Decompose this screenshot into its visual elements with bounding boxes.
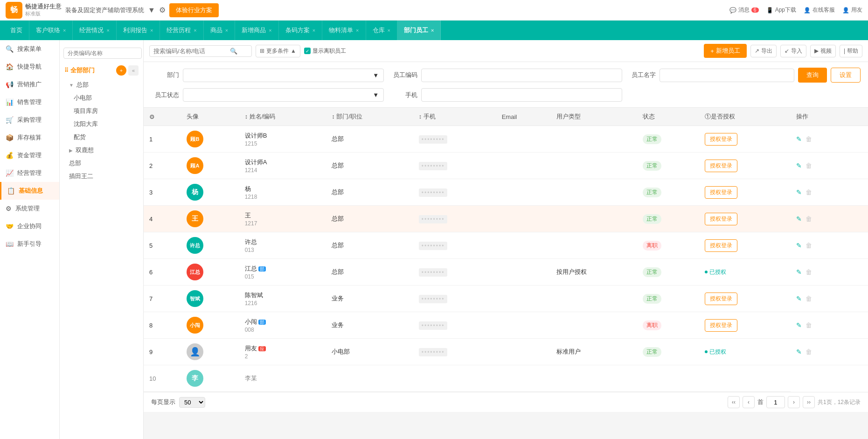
phone-filter-input[interactable] <box>421 88 622 102</box>
employee-search-input[interactable] <box>153 48 228 55</box>
edit-button[interactable]: ✎ <box>796 162 802 169</box>
page-number-input[interactable] <box>766 396 785 408</box>
show-resigned-checkbox[interactable]: ✓ 显示离职员工 <box>304 47 346 55</box>
delete-button[interactable]: 🗑 <box>806 348 812 355</box>
tab-barcode[interactable]: 条码方案× <box>279 21 322 40</box>
delete-button[interactable]: 🗑 <box>806 321 812 329</box>
delete-button[interactable]: 🗑 <box>806 268 812 276</box>
tab-employees-close[interactable]: × <box>431 28 434 33</box>
video-button[interactable]: ▶ 视频 <box>810 45 836 57</box>
messages-button[interactable]: 💬 消息 6 <box>729 6 759 14</box>
edit-button[interactable]: ✎ <box>796 295 802 302</box>
th-name-code[interactable]: ↕ 姓名/编码 <box>239 108 326 126</box>
search-icon[interactable]: 🔍 <box>230 48 237 55</box>
per-page-select[interactable]: 50 20 100 <box>179 397 205 408</box>
authorize-button[interactable]: 授权登录 <box>705 133 737 146</box>
th-settings[interactable]: ⚙ <box>144 108 181 126</box>
experience-button[interactable]: 体验行业方案 <box>169 3 219 17</box>
delete-button[interactable]: 🗑 <box>806 188 812 196</box>
tab-new-goods[interactable]: 新增商品× <box>235 21 278 40</box>
settings-icon[interactable]: ⚙ <box>159 6 166 14</box>
delete-button[interactable]: 🗑 <box>806 295 812 302</box>
sidebar-item-guide[interactable]: 📖 新手引导 <box>0 235 59 253</box>
tab-barcode-close[interactable]: × <box>312 28 315 33</box>
tab-customer[interactable]: 客户联络× <box>29 21 73 40</box>
query-button[interactable]: 查询 <box>798 68 827 83</box>
dropdown-icon[interactable]: ▼ <box>148 6 155 14</box>
edit-button[interactable]: ✎ <box>796 268 802 276</box>
employee-code-input[interactable] <box>421 69 622 82</box>
edit-button[interactable]: ✎ <box>796 188 802 196</box>
first-page-button[interactable]: ‹‹ <box>728 396 740 408</box>
dept-item-shuangluxiang[interactable]: ▶ 双鹿想 <box>60 144 143 157</box>
dept-item-zongbu[interactable]: ▼ 总部 <box>60 78 143 91</box>
authorize-button[interactable]: 授权登录 <box>705 293 737 305</box>
tab-profit[interactable]: 利润报告× <box>117 21 160 40</box>
employee-status-select[interactable]: ▼ <box>183 88 384 102</box>
edit-button[interactable]: ✎ <box>796 348 802 355</box>
th-phone[interactable]: ↕ 手机 <box>413 108 496 126</box>
import-button[interactable]: ↙ 导入 <box>780 45 806 57</box>
dept-item-zongbu2[interactable]: 总部 <box>60 157 143 170</box>
sidebar-item-marketing[interactable]: 📢 营销推广 <box>0 76 59 93</box>
dept-filter-select[interactable]: ▼ <box>183 69 384 82</box>
add-dept-button[interactable]: + <box>116 65 126 76</box>
th-dept-position[interactable]: ↕ 部门/职位 <box>326 108 413 126</box>
sidebar-item-inventory[interactable]: 📦 库存核算 <box>0 129 59 146</box>
add-employee-button[interactable]: + 新增员工 <box>704 44 747 58</box>
export-button[interactable]: ↗ 导出 <box>750 45 777 57</box>
last-page-button[interactable]: ›› <box>803 396 815 408</box>
help-button[interactable]: | 帮助 <box>840 45 862 57</box>
app-download-button[interactable]: 📱 App下载 <box>766 6 796 14</box>
authorize-button[interactable]: 授权登录 <box>705 186 737 199</box>
dept-item-peihuo[interactable]: 配货 <box>60 131 143 144</box>
tab-operations-status[interactable]: 经营情况× <box>73 21 116 40</box>
user-menu[interactable]: 👤 用友 <box>842 6 862 14</box>
tab-customer-close[interactable]: × <box>63 28 66 33</box>
edit-button[interactable]: ✎ <box>796 242 802 249</box>
tab-history-close[interactable]: × <box>194 28 196 33</box>
prev-page-button[interactable]: ‹ <box>743 396 755 408</box>
sidebar-item-quick-nav[interactable]: 🏠 快捷导航 <box>0 58 59 76</box>
tab-history[interactable]: 经营历程× <box>160 21 203 40</box>
tab-goods[interactable]: 商品× <box>204 21 235 40</box>
dept-item-butianwanger[interactable]: 插田王二 <box>60 170 143 183</box>
sidebar-item-basic-info[interactable]: 📋 基础信息 <box>0 182 59 200</box>
tab-bom-close[interactable]: × <box>356 28 359 33</box>
sidebar-item-sales[interactable]: 📊 销售管理 <box>0 93 59 111</box>
employee-name-input[interactable] <box>660 69 794 82</box>
sidebar-item-operations[interactable]: 📈 经营管理 <box>0 164 59 182</box>
tab-employees[interactable]: 部门员工× <box>397 21 441 40</box>
reset-button[interactable]: 设置 <box>831 68 861 83</box>
tab-newgoods-close[interactable]: × <box>269 28 271 33</box>
delete-button[interactable]: 🗑 <box>806 242 812 249</box>
authorize-button[interactable]: 授权登录 <box>705 160 737 172</box>
tab-warehouse-close[interactable]: × <box>388 28 390 33</box>
sidebar-item-finance[interactable]: 💰 资金管理 <box>0 146 59 164</box>
sidebar-item-search[interactable]: 🔍 搜索菜单 <box>0 40 59 58</box>
authorize-button[interactable]: 授权登录 <box>705 319 737 332</box>
delete-button[interactable]: 🗑 <box>806 135 812 143</box>
authorize-button[interactable]: 授权登录 <box>705 213 737 225</box>
edit-button[interactable]: ✎ <box>796 135 802 143</box>
sidebar-item-enterprise[interactable]: 🤝 企业协同 <box>0 217 59 235</box>
sidebar-item-purchase[interactable]: 🛒 采购管理 <box>0 111 59 129</box>
edit-button[interactable]: ✎ <box>796 215 802 223</box>
dept-item-xiangjuliufang[interactable]: 项目库房 <box>60 105 143 118</box>
tab-home[interactable]: 首页 <box>4 21 29 40</box>
authorize-button[interactable]: 授权登录 <box>705 239 737 252</box>
delete-button[interactable]: 🗑 <box>806 162 812 169</box>
tab-warehouse[interactable]: 仓库× <box>366 21 397 40</box>
collapse-dept-button[interactable]: « <box>128 65 139 76</box>
more-filter-button[interactable]: ⊞ 更多条件 ▲ <box>256 45 300 57</box>
tab-ops-close[interactable]: × <box>106 28 109 33</box>
dept-search-input[interactable] <box>63 48 142 59</box>
tab-goods-close[interactable]: × <box>225 28 228 33</box>
next-page-button[interactable]: › <box>788 396 800 408</box>
online-service-button[interactable]: 👤 在线客服 <box>804 6 835 14</box>
delete-button[interactable]: 🗑 <box>806 215 812 223</box>
dept-item-xiaodianbu[interactable]: 小电部 <box>60 91 143 105</box>
tab-bom[interactable]: 物料清单× <box>322 21 366 40</box>
all-dept-label[interactable]: ⠿ 全部部门 <box>64 66 95 75</box>
sidebar-item-system[interactable]: ⚙ 系统管理 <box>0 200 59 217</box>
